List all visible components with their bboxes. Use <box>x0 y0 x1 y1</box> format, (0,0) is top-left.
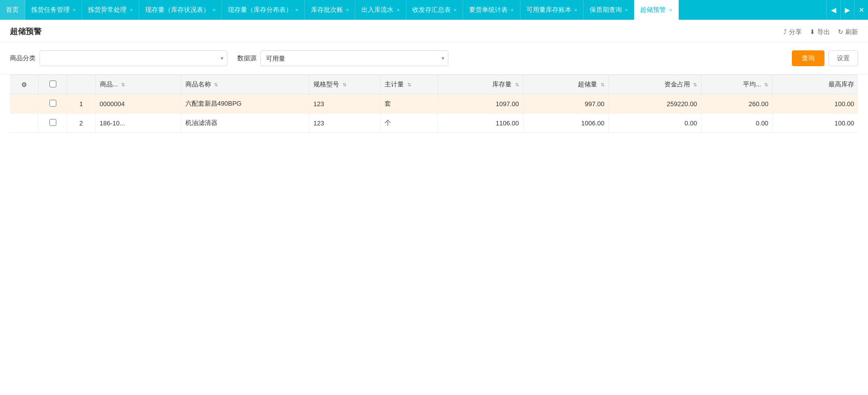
col-header-check[interactable] <box>39 75 67 94</box>
row-avg-cell: 260.00 <box>701 94 773 114</box>
close-stock-status-tab[interactable]: × <box>213 7 216 13</box>
close-stock-dist-tab[interactable]: × <box>295 7 298 13</box>
nav-close-all-button[interactable]: ✕ <box>854 0 868 20</box>
row-code-cell: 0000004 <box>95 94 181 114</box>
sort-icon-capital: ⇅ <box>693 82 697 87</box>
export-icon: ⬇ <box>810 28 815 36</box>
category-select-wrapper: ▾ <box>40 50 227 66</box>
settings-button[interactable]: 设置 <box>828 50 858 66</box>
row-unit-cell: 个 <box>381 114 437 133</box>
sort-icon-spec: ⇅ <box>343 82 347 87</box>
row-maxstock-cell: 100.00 <box>773 94 858 114</box>
row-spec-cell: 123 <box>309 94 381 114</box>
select-all-checkbox[interactable] <box>49 80 56 87</box>
close-avail-stock-tab[interactable]: × <box>574 7 577 13</box>
nav-tab-expiry[interactable]: 保质期查询 × <box>584 0 634 20</box>
category-select[interactable] <box>40 50 227 66</box>
nav-tab-overstock[interactable]: 超储预警 × <box>634 0 678 20</box>
nav-tab-summary[interactable]: 收发存汇总表 × <box>406 0 463 20</box>
sort-icon-stock: ⇅ <box>515 82 519 87</box>
nav-tab-batch[interactable]: 库存批次账 × <box>305 0 355 20</box>
overstock-table: ⚙ 商品... ⇅ 商品名称 ⇅ 规格型号 <box>10 75 858 133</box>
row-gear-cell <box>10 94 39 114</box>
refresh-icon: ↻ <box>838 28 843 36</box>
col-header-maxstock[interactable]: 最高库存 <box>773 75 858 94</box>
row-num-cell: 1 <box>67 94 95 114</box>
row-checkbox-0[interactable] <box>49 100 56 107</box>
row-check-cell[interactable] <box>39 94 67 114</box>
nav-tab-home[interactable]: 首页 <box>0 0 25 20</box>
close-summary-tab[interactable]: × <box>454 7 457 13</box>
close-inout-tab[interactable]: × <box>396 7 399 13</box>
refresh-button[interactable]: ↻ 刷新 <box>838 28 858 37</box>
row-name-cell: 六配套新昌490BPG <box>181 94 309 114</box>
row-checkbox-1[interactable] <box>49 119 56 126</box>
row-code-cell: 186-10... <box>95 114 181 133</box>
row-check-cell[interactable] <box>39 114 67 133</box>
top-navigation: 首页 拣货任务管理 × 拣货异常处理 × 现存量（库存状况表） × 现存量（库存… <box>0 0 868 20</box>
row-maxstock-cell: 100.00 <box>773 114 858 133</box>
row-over-cell: 997.00 <box>523 94 608 114</box>
col-header-spec[interactable]: 规格型号 ⇅ <box>309 75 381 94</box>
nav-tab-stock-dist[interactable]: 现存量（库存分布表） × <box>222 0 304 20</box>
close-batch-tab[interactable]: × <box>346 7 349 13</box>
query-button[interactable]: 查询 <box>792 50 825 66</box>
category-label: 商品分类 <box>10 54 36 63</box>
col-header-capital[interactable]: 资金占用 ⇅ <box>608 75 701 94</box>
col-header-name[interactable]: 商品名称 ⇅ <box>181 75 309 94</box>
export-button[interactable]: ⬇ 导出 <box>810 28 830 37</box>
table-header: ⚙ 商品... ⇅ 商品名称 ⇅ 规格型号 <box>10 75 858 94</box>
share-button[interactable]: ⤴ 分享 <box>783 28 802 37</box>
row-over-cell: 1006.00 <box>523 114 608 133</box>
close-order-stat-tab[interactable]: × <box>511 7 514 13</box>
close-task-tab[interactable]: × <box>73 7 76 13</box>
datasource-label: 数据源 <box>237 54 257 63</box>
table-row: 2 186-10... 机油滤清器 123 个 1106.00 1006.00 … <box>10 114 858 133</box>
row-capital-cell: 259220.00 <box>608 94 701 114</box>
share-icon: ⤴ <box>783 28 787 36</box>
datasource-select[interactable]: 可用量 库存量 <box>260 50 448 66</box>
nav-tab-stock-status[interactable]: 现存量（库存状况表） × <box>139 0 222 20</box>
category-filter-group: 商品分类 ▾ <box>10 50 227 66</box>
header-actions: ⤴ 分享 ⬇ 导出 ↻ 刷新 <box>783 28 858 37</box>
refresh-label: 刷新 <box>845 28 858 37</box>
row-gear-cell <box>10 114 39 133</box>
filter-area: 商品分类 ▾ 数据源 可用量 库存量 ▾ 查询 设置 <box>0 42 868 75</box>
row-capital-cell: 0.00 <box>608 114 701 133</box>
page-content: 超储预警 ⤴ 分享 ⬇ 导出 ↻ 刷新 商品分类 ▾ <box>0 20 868 395</box>
nav-tab-abnormal[interactable]: 拣货异常处理 × <box>82 0 139 20</box>
table-body: 1 0000004 六配套新昌490BPG 123 套 1097.00 997.… <box>10 94 858 133</box>
nav-arrow-group: ◀ ▶ ✕ <box>826 0 868 20</box>
nav-next-button[interactable]: ▶ <box>840 0 854 20</box>
col-header-avg[interactable]: 平均... ⇅ <box>701 75 773 94</box>
share-label: 分享 <box>789 28 802 37</box>
close-abnormal-tab[interactable]: × <box>130 7 132 13</box>
close-overstock-tab[interactable]: × <box>669 7 672 13</box>
gear-icon: ⚙ <box>21 81 27 88</box>
col-header-stock[interactable]: 库存量 ⇅ <box>437 75 523 94</box>
close-expiry-tab[interactable]: × <box>625 7 628 13</box>
nav-tab-order-stat[interactable]: 要货单统计表 × <box>463 0 520 20</box>
export-label: 导出 <box>817 28 830 37</box>
sort-icon-unit: ⇅ <box>407 82 411 87</box>
row-name-cell: 机油滤清器 <box>181 114 309 133</box>
page-header: 超储预警 ⤴ 分享 ⬇ 导出 ↻ 刷新 <box>0 20 868 42</box>
col-header-over[interactable]: 超储量 ⇅ <box>523 75 608 94</box>
nav-tab-task[interactable]: 拣货任务管理 × <box>25 0 82 20</box>
page-title: 超储预警 <box>10 27 42 37</box>
sort-icon-code: ⇅ <box>121 82 125 87</box>
sort-icon-over: ⇅ <box>601 82 605 87</box>
nav-tab-inout[interactable]: 出入库流水 × <box>355 0 406 20</box>
col-header-unit[interactable]: 主计量 ⇅ <box>381 75 437 94</box>
nav-tab-avail-stock[interactable]: 可用量库存账本 × <box>521 0 584 20</box>
sort-icon-name: ⇅ <box>214 82 218 87</box>
col-header-gear[interactable]: ⚙ <box>10 75 39 94</box>
sort-icon-avg: ⇅ <box>764 82 768 87</box>
nav-prev-button[interactable]: ◀ <box>826 0 840 20</box>
row-stock-cell: 1097.00 <box>437 94 523 114</box>
row-stock-cell: 1106.00 <box>437 114 523 133</box>
filter-buttons: 查询 设置 <box>792 50 858 66</box>
col-header-code[interactable]: 商品... ⇅ <box>95 75 181 94</box>
row-spec-cell: 123 <box>309 114 381 133</box>
table-wrapper: ⚙ 商品... ⇅ 商品名称 ⇅ 规格型号 <box>0 75 868 133</box>
